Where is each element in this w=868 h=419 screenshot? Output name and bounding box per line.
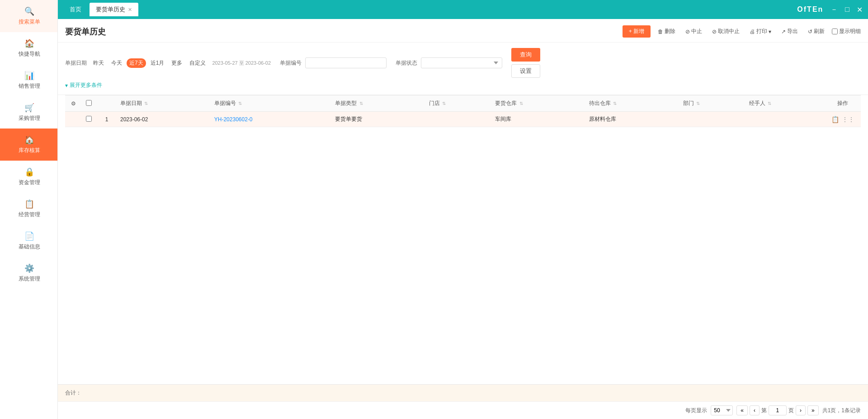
shortcut-more[interactable]: 更多 [169,58,185,68]
maximize-icon[interactable]: □ [845,5,849,14]
row-store-cell [425,112,491,127]
row-checkbox-cell [81,112,98,127]
page-header: 要货单历史 + 新增 🗑 删除 ⊘ 中止 ⊘ 取消中止 🖨 打印 [58,19,868,43]
search-menu-icon: 🔍 [24,6,34,16]
doc-status-filter-group: 单据状态 [396,57,502,68]
top-bar: 首页 要货单历史 ✕ OfTEn － □ ✕ [58,0,868,19]
row-checkbox[interactable] [86,116,92,122]
display-detail-toggle[interactable]: 显示明细 [832,28,861,35]
delete-icon: 🗑 [658,29,663,35]
shortcut-custom[interactable]: 自定义 [187,58,208,68]
col-store[interactable]: 门店 ⇅ [425,95,491,112]
sidebar-item-sales[interactable]: 📊 销售管理 [0,64,57,96]
new-button[interactable]: + 新增 [623,25,651,38]
pagination-bar: 每页显示 20 50 100 « ‹ 第 页 › » 共1页，1条记录 [58,401,868,419]
row-pending-warehouse-cell: 原材料仓库 [585,112,679,127]
col-department[interactable]: 部门 ⇅ [679,95,745,112]
tab-close-icon[interactable]: ✕ [128,7,132,13]
table-header-row: ⚙ 单据日期 ⇅ 单据编号 ⇅ [65,95,861,112]
sidebar-item-operations[interactable]: 📋 经营管理 [0,193,57,225]
sidebar-item-system[interactable]: ⚙️ 系统管理 [0,257,57,289]
sort-icon-pending-warehouse: ⇅ [613,101,617,106]
inventory-icon: 🏠 [24,135,34,145]
query-button[interactable]: 查询 [511,48,540,62]
print-button[interactable]: 🖨 打印 ▾ [747,26,774,37]
sidebar-item-finance[interactable]: 🔒 资金管理 [0,161,57,193]
doc-no-link[interactable]: YH-20230602-0 [214,116,253,123]
doc-status-select[interactable] [421,57,502,68]
table-area: ⚙ 单据日期 ⇅ 单据编号 ⇅ [58,95,868,384]
close-icon[interactable]: ✕ [857,5,863,14]
tab-home[interactable]: 首页 [63,3,88,16]
main-area: 首页 要货单历史 ✕ OfTEn － □ ✕ 要货单历史 + 新增 🗑 删除 [58,0,868,419]
row-doc-type-cell: 要货单要货 [330,112,425,127]
minimize-icon[interactable]: － [830,5,838,14]
page-suffix: 页 [788,407,794,414]
sort-icon-doc-type: ⇅ [359,101,363,106]
select-all-checkbox[interactable] [86,100,92,106]
page-info: 共1页，1条记录 [822,407,861,414]
prev-page-button[interactable]: ‹ [750,405,760,415]
sidebar: 🔍 搜索菜单 🏠 快捷导航 📊 销售管理 🛒 采购管理 🏠 库存核算 🔒 资金管… [0,0,58,419]
print-dropdown-icon: ▾ [769,29,771,35]
date-range-display: 2023-05-27 至 2023-06-02 [212,60,271,67]
row-handler-cell [745,112,825,127]
row-op-cell: 📋 ⋮⋮ [825,112,861,127]
sort-icon-department: ⇅ [696,101,700,106]
col-checkbox [81,95,98,112]
date-shortcuts: 昨天 今天 近7天 近1月 更多 自定义 [90,58,208,68]
sort-icon-handler: ⇅ [768,101,771,106]
col-doc-type[interactable]: 单据类型 ⇅ [330,95,425,112]
page-size-select[interactable]: 20 50 100 [711,405,733,415]
delete-button[interactable]: 🗑 删除 [655,26,678,37]
sort-icon-req-warehouse: ⇅ [519,101,523,106]
col-req-warehouse[interactable]: 要货仓库 ⇅ [491,95,585,112]
cancel-stop-icon: ⊘ [712,29,717,35]
chevron-down-icon: ▾ [65,82,68,89]
filter-actions: 查询 设置 [511,48,540,78]
display-detail-checkbox[interactable] [832,29,838,34]
doc-no-filter-group: 单据编号 [280,57,387,68]
sidebar-item-basic-info[interactable]: 📄 基础信息 [0,225,57,257]
row-doc-no-cell: YH-20230602-0 [210,112,330,127]
sidebar-item-quick-nav[interactable]: 🏠 快捷导航 [0,32,57,64]
refresh-button[interactable]: ↺ 刷新 [805,26,827,37]
brand-text: OfTEn [797,5,823,14]
next-page-button[interactable]: › [796,405,806,415]
col-doc-no[interactable]: 单据编号 ⇅ [210,95,330,112]
doc-no-input[interactable] [305,57,387,68]
doc-status-label: 单据状态 [396,59,417,67]
print-icon: 🖨 [750,29,755,35]
col-operation: 操作 [825,95,861,112]
refresh-icon: ↺ [808,29,812,35]
sidebar-item-inventory[interactable]: 🏠 库存核算 [0,129,57,161]
stop-button[interactable]: ⊘ 中止 [683,26,705,37]
first-page-button[interactable]: « [736,405,748,415]
cancel-stop-button[interactable]: ⊘ 取消中止 [709,26,742,37]
col-pending-warehouse[interactable]: 待出仓库 ⇅ [585,95,679,112]
row-more-icon[interactable]: ⋮⋮ [842,116,854,123]
page-label: 第 [761,407,767,414]
export-button[interactable]: ↗ 导出 [778,26,801,37]
system-icon: ⚙️ [24,263,34,273]
tab-requisition-history[interactable]: 要货单历史 ✕ [90,3,138,16]
shortcut-today[interactable]: 今天 [108,58,125,68]
sales-icon: 📊 [24,71,34,81]
content-area: 要货单历史 + 新增 🗑 删除 ⊘ 中止 ⊘ 取消中止 🖨 打印 [58,19,868,419]
shortcut-1month[interactable]: 近1月 [148,58,167,68]
summary-label: 合计： [65,390,81,396]
sort-icon-store: ⇅ [442,101,446,106]
shortcut-7days[interactable]: 近7天 [127,58,146,68]
col-settings[interactable]: ⚙ [65,95,81,112]
shortcut-yesterday[interactable]: 昨天 [90,58,107,68]
expand-more-btn[interactable]: ▾ 展开更多条件 [65,81,861,89]
setting-button[interactable]: 设置 [511,64,540,78]
col-doc-date[interactable]: 单据日期 ⇅ [116,95,210,112]
page-input[interactable] [769,405,787,415]
sidebar-item-purchase[interactable]: 🛒 采购管理 [0,96,57,129]
last-page-button[interactable]: » [807,405,819,415]
sidebar-item-search-menu[interactable]: 🔍 搜索菜单 [0,0,57,32]
stop-icon: ⊘ [685,29,690,35]
row-copy-icon[interactable]: 📋 [831,116,839,123]
col-handler[interactable]: 经手人 ⇅ [745,95,825,112]
